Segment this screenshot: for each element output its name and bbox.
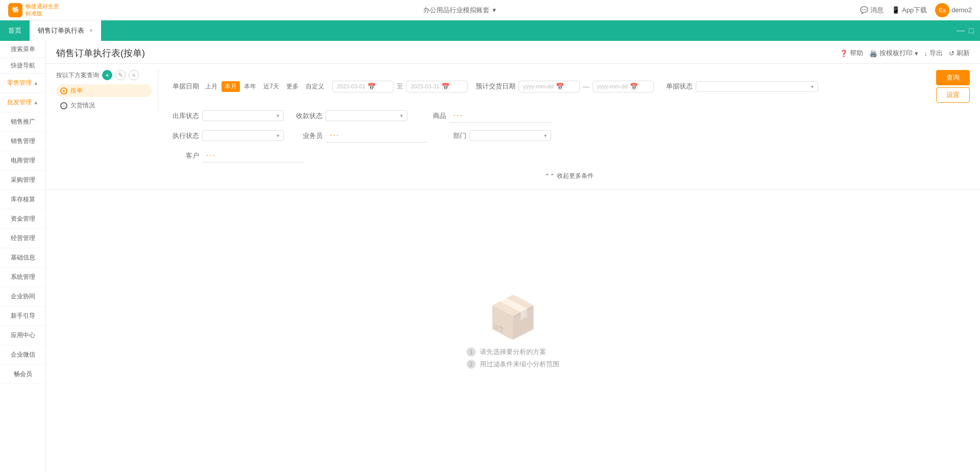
scheme-header: 按以下方案查询 + ✎ « <box>56 70 152 80</box>
active-scheme-icon: ● <box>60 87 67 95</box>
filter-fields: 单据日期 上月 本月 本年 近7天 更多 自定义 <box>158 70 970 183</box>
sidebar-quick-nav[interactable]: 快捷导航 <box>0 58 45 74</box>
tab-sales-order[interactable]: 销售订单执行表 × <box>30 20 101 41</box>
calendar-icon: 📅 <box>368 83 376 90</box>
company-selector[interactable]: 办公用品行业模拟账套 ▾ <box>423 6 496 15</box>
edit-scheme-button[interactable]: ✎ <box>115 70 126 80</box>
scheme-item-active[interactable]: ● 按单 <box>56 84 152 97</box>
sidebar-item-app-center[interactable]: 应用中心 <box>0 326 45 345</box>
single-status-filter: 单据状态 ▾ <box>662 81 818 92</box>
window-maximize-button[interactable]: □ <box>969 26 974 35</box>
single-status-label: 单据状态 <box>662 82 693 91</box>
date-tab-last-month[interactable]: 上月 <box>202 81 220 92</box>
tab-close-icon[interactable]: × <box>89 27 93 34</box>
chevron-down-icon: ▾ <box>915 50 918 57</box>
date-from-input[interactable]: 2023-03-01 📅 <box>332 81 394 92</box>
stock-status-select[interactable]: ▾ <box>202 110 284 121</box>
date-to-input[interactable]: 2023-03-31 📅 <box>406 81 468 92</box>
dept-select[interactable]: ▾ <box>470 130 551 141</box>
payment-status-select[interactable]: ▾ <box>326 110 407 121</box>
goods-input[interactable]: ··· <box>449 109 551 123</box>
forecast-date-label: 预计交货日期 <box>476 82 516 91</box>
export-icon: ↓ <box>924 50 928 57</box>
sidebar-item-member[interactable]: 畅会员 <box>0 365 45 384</box>
customer-filter: 客户 ··· <box>168 149 304 162</box>
chevron-up-icon: ▲ <box>33 100 38 105</box>
sidebar-item-marketing[interactable]: 销售推广 <box>0 112 45 132</box>
help-button[interactable]: ❓ 帮助 <box>840 49 863 58</box>
exec-status-label: 执行状态 <box>168 131 199 140</box>
date-tab-current-month[interactable]: 本月 <box>222 81 240 92</box>
sidebar-search[interactable]: 搜索菜单 <box>0 41 45 58</box>
add-scheme-button[interactable]: + <box>102 70 112 80</box>
chevron-down-icon-4: ▾ <box>277 133 279 138</box>
sidebar-item-inventory[interactable]: 库存核算 <box>0 190 45 209</box>
forecast-date-filter: 预计交货日期 yyyy-mm-dd 📅 — yyyy-mm-dd 📅 <box>476 81 654 92</box>
search-button[interactable]: 查询 <box>936 70 970 85</box>
chevron-down-icon-2: ▾ <box>277 113 279 119</box>
forecast-date-to[interactable]: yyyy-mm-dd 📅 <box>593 81 654 92</box>
sidebar-item-sales[interactable]: 销售管理 <box>0 132 45 151</box>
sidebar-item-finance[interactable]: 资金管理 <box>0 209 45 229</box>
sidebar-item-ecommerce[interactable]: 电商管理 <box>0 151 45 171</box>
single-status-select[interactable]: ▾ <box>696 81 818 92</box>
more-options-icon-2[interactable]: ··· <box>330 131 339 139</box>
date-separator-2: — <box>583 83 590 90</box>
filter-row-4: 客户 ··· <box>168 149 970 162</box>
avatar: Ea <box>935 3 949 17</box>
chevron-down-icon: ▾ <box>493 6 496 14</box>
date-tabs: 上月 本月 本年 近7天 更多 自定义 <box>202 81 327 92</box>
collapse-scheme-button[interactable]: « <box>129 70 139 80</box>
sidebar-item-enterprise[interactable]: 企业协同 <box>0 287 45 306</box>
more-options-icon[interactable]: ··· <box>453 111 463 120</box>
setting-button[interactable]: 设置 <box>936 87 970 103</box>
logo-area: 畅 畅捷通好生意 标准版 <box>8 3 59 17</box>
sidebar-item-guide[interactable]: 新手引导 <box>0 306 45 326</box>
sidebar: 搜索菜单 快捷导航 零售管理 ▲ 批发管理 ▲ 销售推广 销售管理 电商管理 采… <box>0 41 46 472</box>
message-icon: 💬 <box>860 6 868 14</box>
sales-rep-input[interactable]: ··· <box>326 129 428 143</box>
date-tab-custom[interactable]: 自定义 <box>303 81 327 92</box>
sidebar-item-enterprise-wechat[interactable]: 企业微信 <box>0 345 45 365</box>
scheme2-icon: ○ <box>60 102 67 109</box>
sidebar-item-purchase[interactable]: 采购管理 <box>0 171 45 190</box>
goods-label: 商品 <box>415 111 446 121</box>
sidebar-item-retail[interactable]: 零售管理 ▲ <box>0 74 45 93</box>
collapse-button[interactable]: ⌃⌃ 收起更多条件 <box>168 169 970 183</box>
date-tab-more[interactable]: 更多 <box>283 81 302 92</box>
sidebar-item-operations[interactable]: 经营管理 <box>0 229 45 248</box>
page-actions: ❓ 帮助 🖨️ 按模板打印 ▾ ↓ 导出 ↺ 刷新 <box>840 49 970 58</box>
date-tab-7days[interactable]: 近7天 <box>260 81 282 92</box>
message-button[interactable]: 💬 消息 <box>860 6 884 15</box>
main-layout: 搜索菜单 快捷导航 零售管理 ▲ 批发管理 ▲ 销售推广 销售管理 电商管理 采… <box>0 41 980 472</box>
print-button[interactable]: 🖨️ 按模板打印 ▾ <box>869 49 918 58</box>
date-filter: 单据日期 上月 本月 本年 近7天 更多 自定义 <box>168 81 468 92</box>
payment-status-filter: 收款状态 ▾ <box>292 110 407 121</box>
date-tab-current-year[interactable]: 本年 <box>241 81 259 92</box>
filter-row-1: 单据日期 上月 本月 本年 近7天 更多 自定义 <box>168 70 970 103</box>
sidebar-item-basic-info[interactable]: 基础信息 <box>0 248 45 268</box>
window-minimize-button[interactable]: — <box>957 26 965 35</box>
sidebar-item-wholesale[interactable]: 批发管理 ▲ <box>0 93 45 112</box>
forecast-date-from[interactable]: yyyy-mm-dd 📅 <box>519 81 580 92</box>
sales-rep-label: 业务员 <box>292 131 323 140</box>
search-btn-group: 查询 设置 <box>936 70 970 103</box>
sidebar-item-system[interactable]: 系统管理 <box>0 268 45 287</box>
filter-row-3: 执行状态 ▾ 业务员 ··· <box>168 129 970 143</box>
calendar-icon-3: 📅 <box>556 83 564 90</box>
payment-status-label: 收款状态 <box>292 111 323 121</box>
tab-home[interactable]: 首页 <box>0 20 30 41</box>
tab-bar: 首页 销售订单执行表 × — □ <box>0 20 980 41</box>
top-bar: 畅 畅捷通好生意 标准版 办公用品行业模拟账套 ▾ 💬 消息 📱 App下载 E… <box>0 0 980 20</box>
app-download-button[interactable]: 📱 App下载 <box>892 6 927 15</box>
more-options-icon-3[interactable]: ··· <box>206 151 216 159</box>
refresh-button[interactable]: ↺ 刷新 <box>949 49 970 58</box>
export-button[interactable]: ↓ 导出 <box>924 49 943 58</box>
scheme-item-2[interactable]: ○ 欠货情况 <box>56 99 152 112</box>
filter-panel: 按以下方案查询 + ✎ « ● 按单 ○ 欠货情况 <box>46 64 980 190</box>
stock-status-label: 出库状态 <box>168 111 199 121</box>
customer-input[interactable]: ··· <box>202 149 304 162</box>
exec-status-select[interactable]: ▾ <box>202 130 284 141</box>
filter-row-2: 出库状态 ▾ 收款状态 ▾ <box>168 109 970 123</box>
user-menu[interactable]: Ea demo2 <box>935 3 972 17</box>
